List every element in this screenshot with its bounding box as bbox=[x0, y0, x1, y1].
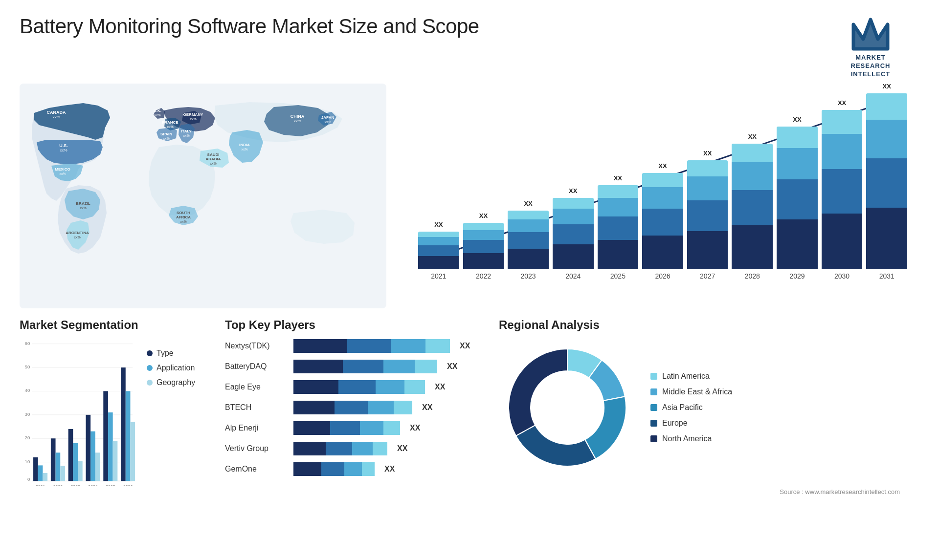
svg-text:SOUTH: SOUTH bbox=[177, 211, 190, 215]
bar-col-2023: XX bbox=[508, 93, 549, 269]
player-row: BTECHXX bbox=[225, 401, 479, 414]
player-bar-seg bbox=[347, 339, 391, 353]
player-bar-seg bbox=[344, 462, 362, 476]
svg-rect-57 bbox=[68, 429, 73, 481]
svg-text:SAUDI: SAUDI bbox=[207, 152, 220, 157]
bar-seg-1 bbox=[642, 209, 683, 236]
bar-seg-0 bbox=[418, 256, 459, 269]
bar-seg-2 bbox=[418, 237, 459, 245]
regional-legend-item: Middle East & Africa bbox=[650, 388, 732, 396]
bar-value-2031: XX bbox=[883, 83, 891, 90]
svg-text:U.S.: U.S. bbox=[59, 143, 68, 148]
svg-text:xx%: xx% bbox=[167, 125, 173, 129]
bottom-section: Market Segmentation 60 50 40 30 20 10 0 bbox=[0, 308, 939, 560]
logo-text: MARKETRESEARCHINTELLECT bbox=[851, 54, 891, 79]
x-label-2027: 2027 bbox=[687, 272, 728, 280]
svg-rect-64 bbox=[108, 412, 113, 481]
bar-col-2027: XX bbox=[687, 93, 728, 269]
player-value: XX bbox=[447, 362, 457, 371]
svg-text:MEXICO: MEXICO bbox=[55, 167, 70, 172]
player-bar-seg bbox=[394, 401, 412, 414]
svg-text:xx%: xx% bbox=[210, 162, 216, 165]
svg-rect-67 bbox=[126, 391, 131, 481]
player-name: Eagle Eye bbox=[225, 383, 289, 391]
player-bar-seg bbox=[293, 462, 321, 476]
bar-stack-2025 bbox=[598, 185, 639, 269]
donut-segment bbox=[509, 349, 567, 436]
svg-text:ARABIA: ARABIA bbox=[205, 157, 221, 161]
svg-text:20: 20 bbox=[25, 435, 30, 440]
legend-label-type: Type bbox=[156, 349, 174, 358]
regional-dot bbox=[650, 404, 657, 411]
bar-stack-2026 bbox=[642, 173, 683, 269]
player-bar-wrap bbox=[293, 462, 375, 476]
svg-rect-58 bbox=[73, 443, 78, 481]
bar-stack-2029 bbox=[777, 127, 818, 269]
bar-value-2026: XX bbox=[658, 162, 667, 170]
top-section: CANADA xx% U.S. xx% MEXICO xx% BRAZIL xx… bbox=[0, 84, 939, 308]
regional-legend-item: Asia Pacific bbox=[650, 403, 732, 412]
svg-text:xx%: xx% bbox=[80, 206, 86, 210]
segmentation-container: Market Segmentation 60 50 40 30 20 10 0 bbox=[20, 318, 205, 560]
bar-seg-0 bbox=[866, 208, 907, 269]
player-bar-wrap bbox=[293, 421, 400, 435]
bar-col-2029: XX bbox=[777, 93, 818, 269]
bar-seg-0 bbox=[598, 240, 639, 269]
player-bar-seg bbox=[293, 380, 338, 394]
svg-rect-60 bbox=[86, 415, 90, 481]
svg-text:xx%: xx% bbox=[183, 134, 189, 137]
bar-stack-2022 bbox=[463, 223, 504, 269]
svg-text:50: 50 bbox=[25, 364, 30, 369]
bar-value-2022: XX bbox=[479, 212, 488, 219]
svg-text:60: 60 bbox=[25, 340, 30, 345]
x-label-2030: 2030 bbox=[822, 272, 863, 280]
bar-value-2025: XX bbox=[614, 174, 622, 182]
player-bar-wrap bbox=[293, 360, 437, 373]
bar-seg-0 bbox=[553, 244, 594, 269]
bar-seg-2 bbox=[866, 120, 907, 158]
bar-chart-container: XXXXXXXXXXXXXXXXXXXXXX 20212022202320242… bbox=[406, 84, 919, 308]
source-text: Source : www.marketresearchintellect.com bbox=[499, 486, 919, 495]
player-name: BatteryDAQ bbox=[225, 362, 289, 371]
svg-rect-55 bbox=[56, 452, 61, 481]
svg-text:CANADA: CANADA bbox=[47, 110, 66, 115]
player-row: BatteryDAQXX bbox=[225, 360, 479, 373]
svg-text:xx%: xx% bbox=[59, 172, 66, 175]
svg-rect-54 bbox=[51, 438, 56, 481]
svg-rect-56 bbox=[60, 466, 65, 481]
bar-seg-1 bbox=[777, 179, 818, 219]
player-bar-seg bbox=[335, 401, 368, 414]
svg-text:xx%: xx% bbox=[52, 115, 60, 119]
player-bar-seg bbox=[425, 339, 450, 353]
bar-stack-2024 bbox=[553, 198, 594, 269]
bar-seg-3 bbox=[866, 93, 907, 120]
player-bar-seg bbox=[404, 380, 425, 394]
x-label-2026: 2026 bbox=[642, 272, 683, 280]
map-container: CANADA xx% U.S. xx% MEXICO xx% BRAZIL xx… bbox=[20, 84, 386, 308]
bar-value-2027: XX bbox=[703, 150, 712, 157]
logo-area: MARKETRESEARCHINTELLECT bbox=[822, 15, 919, 79]
bar-seg-2 bbox=[687, 176, 728, 200]
bar-seg-0 bbox=[508, 249, 549, 269]
svg-rect-53 bbox=[43, 473, 47, 481]
svg-rect-63 bbox=[103, 391, 108, 481]
player-name: BTECH bbox=[225, 403, 289, 412]
segmentation-chart: 60 50 40 30 20 10 0 bbox=[20, 339, 137, 486]
svg-text:40: 40 bbox=[25, 388, 30, 393]
bar-seg-2 bbox=[777, 148, 818, 179]
x-axis: 2021202220232024202520262027202820292030… bbox=[416, 272, 910, 280]
svg-text:30: 30 bbox=[25, 411, 30, 416]
regional-label: Asia Pacific bbox=[662, 403, 703, 412]
player-bar-seg bbox=[368, 401, 394, 414]
svg-rect-59 bbox=[78, 461, 83, 481]
player-bar-seg bbox=[293, 442, 326, 455]
svg-text:10: 10 bbox=[25, 458, 30, 464]
bar-seg-3 bbox=[777, 127, 818, 148]
legend-dot-geography bbox=[147, 380, 153, 386]
bar-seg-1 bbox=[866, 158, 907, 208]
x-label-2022: 2022 bbox=[463, 272, 504, 280]
player-bar-wrap bbox=[293, 442, 387, 455]
player-bar-wrap bbox=[293, 339, 450, 353]
player-name: Alp Enerji bbox=[225, 424, 289, 432]
segmentation-title: Market Segmentation bbox=[20, 318, 205, 332]
